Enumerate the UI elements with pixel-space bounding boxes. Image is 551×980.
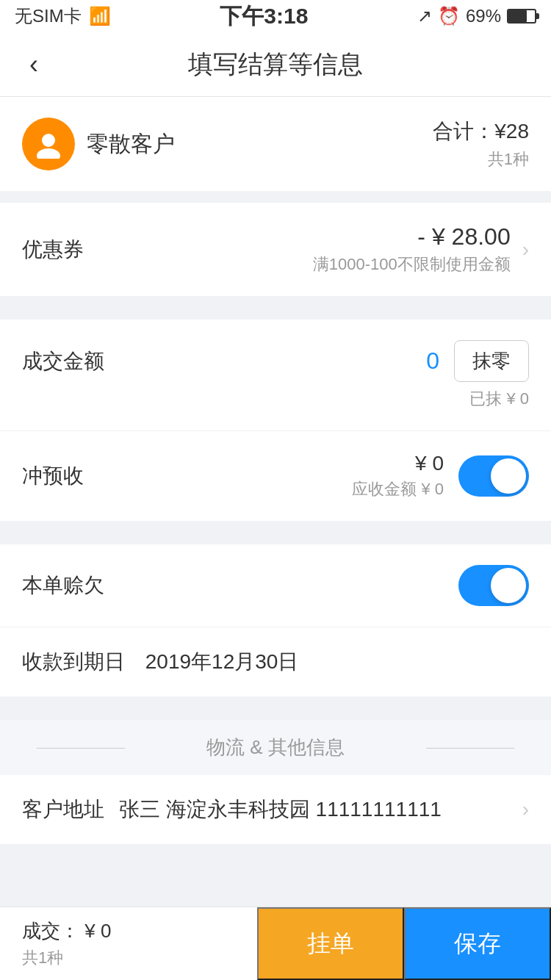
- debt-row: 本单赊欠: [0, 544, 551, 627]
- prepay-row: 冲预收 ¥ 0 应收金额 ¥ 0: [22, 452, 529, 500]
- customer-name: 零散客户: [87, 129, 175, 159]
- customer-count: 共1种: [433, 148, 529, 170]
- prepay-values: ¥ 0 应收金额 ¥ 0: [352, 452, 444, 500]
- coupon-description: 满1000-100不限制使用金额: [313, 253, 511, 275]
- due-date-value: 2019年12月30日: [145, 650, 299, 673]
- due-date-label: 收款到期日: [22, 650, 125, 673]
- amount-label: 成交金额: [22, 347, 104, 375]
- location-icon: ↗: [417, 6, 432, 26]
- customer-avatar: [22, 118, 75, 170]
- svg-point-1: [37, 148, 60, 159]
- page-title: 填写结算等信息: [188, 48, 363, 82]
- debt-toggle-knob: [491, 568, 526, 603]
- address-row[interactable]: 客户地址 张三 海淀永丰科技园 11111111111 ›: [0, 775, 551, 844]
- customer-amount: 合计：¥28: [433, 118, 529, 145]
- prepay-toggle[interactable]: [458, 455, 529, 497]
- amount-value: 0: [426, 347, 439, 375]
- wifi-icon: 📶: [89, 6, 111, 26]
- bottom-info: 成交： ¥ 0 共1种: [0, 907, 257, 980]
- status-bar-left: 无SIM卡 📶: [15, 4, 111, 28]
- customer-row: 零散客户 合计：¥28 共1种: [0, 97, 551, 191]
- coupon-label: 优惠券: [22, 236, 84, 264]
- divider-2: [0, 533, 551, 544]
- avatar-icon: [34, 129, 63, 159]
- due-date-row: 收款到期日 2019年12月30日: [0, 627, 551, 696]
- coupon-discount: - ¥ 28.00: [313, 223, 511, 251]
- amount-row-container: 成交金额 0 抹零 已抹 ¥ 0: [0, 320, 551, 430]
- back-button[interactable]: ‹: [22, 42, 46, 87]
- coupon-section: 优惠券 - ¥ 28.00 满1000-100不限制使用金额 ›: [0, 203, 551, 296]
- alarm-icon: ⏰: [438, 6, 460, 26]
- nav-bar: ‹ 填写结算等信息: [0, 32, 551, 97]
- status-bar-right: ↗ ⏰ 69%: [417, 6, 536, 26]
- battery-text: 69%: [466, 6, 501, 26]
- coupon-value: - ¥ 28.00 满1000-100不限制使用金额: [313, 223, 511, 275]
- amount-right: 0 抹零: [426, 340, 529, 382]
- logistics-header: 物流 & 其他信息: [0, 720, 551, 775]
- bottom-bar: 成交： ¥ 0 共1种 挂单 保存: [0, 907, 551, 980]
- prepay-label: 冲预收: [22, 462, 84, 490]
- save-button[interactable]: 保存: [404, 907, 551, 980]
- amount-section: 成交金额 0 抹零 已抹 ¥ 0 冲预收 ¥ 0 应收金额 ¥ 0: [0, 320, 551, 521]
- round-button[interactable]: 抹零: [454, 340, 529, 382]
- hang-button[interactable]: 挂单: [257, 907, 404, 980]
- amount-row: 成交金额 0 抹零: [22, 340, 529, 382]
- prepay-right: ¥ 0 应收金额 ¥ 0: [352, 452, 529, 500]
- address-chevron-icon: ›: [522, 798, 529, 821]
- debt-toggle[interactable]: [458, 565, 529, 606]
- customer-total: 合计：¥28 共1种: [433, 118, 529, 170]
- prepay-sub: 应收金额 ¥ 0: [352, 478, 444, 500]
- customer-info: 零散客户: [22, 118, 175, 170]
- customer-section: 零散客户 合计：¥28 共1种: [0, 97, 551, 191]
- status-bar-time: 下午3:18: [220, 1, 308, 32]
- battery-icon: [507, 9, 536, 24]
- coupon-row[interactable]: 优惠券 - ¥ 28.00 满1000-100不限制使用金额 ›: [0, 203, 551, 296]
- coupon-right: - ¥ 28.00 满1000-100不限制使用金额 ›: [313, 223, 529, 275]
- svg-point-0: [42, 134, 55, 147]
- logistics-section: 物流 & 其他信息 客户地址 张三 海淀永丰科技园 11111111111 ›: [0, 720, 551, 844]
- chevron-right-icon: ›: [522, 238, 529, 262]
- divider-3: [0, 708, 551, 720]
- address-label: 客户地址: [22, 796, 104, 824]
- bottom-deal-count: 共1种: [22, 947, 235, 969]
- carrier-text: 无SIM卡: [15, 4, 82, 28]
- address-value: 张三 海淀永丰科技园 11111111111: [119, 796, 522, 824]
- divider-1: [0, 308, 551, 320]
- prepay-amount: ¥ 0: [352, 452, 444, 475]
- bottom-deal-amount: 成交： ¥ 0: [22, 918, 235, 944]
- toggle-knob: [491, 458, 526, 494]
- prepay-section: 冲预收 ¥ 0 应收金额 ¥ 0: [0, 430, 551, 521]
- debt-section: 本单赊欠 收款到期日 2019年12月30日: [0, 544, 551, 696]
- status-bar: 无SIM卡 📶 下午3:18 ↗ ⏰ 69%: [0, 0, 551, 32]
- debt-label: 本单赊欠: [22, 572, 104, 599]
- amount-sub: 已抹 ¥ 0: [22, 388, 529, 410]
- logistics-label: 物流 & 其他信息: [206, 736, 345, 758]
